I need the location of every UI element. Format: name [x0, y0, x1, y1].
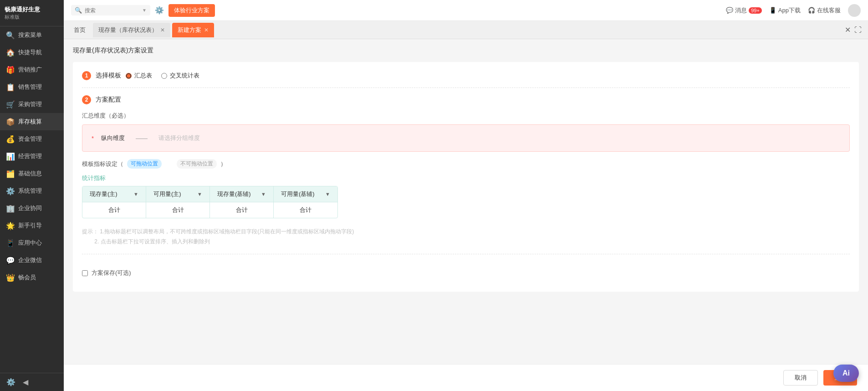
sidebar-item-system[interactable]: ⚙️ 系统管理	[0, 182, 64, 200]
operations-icon: 📊	[6, 152, 15, 160]
sidebar-item-label: 畅会员	[18, 273, 36, 282]
search-menu-icon: 🔍	[6, 31, 15, 39]
message-icon: 💬	[726, 7, 733, 14]
sidebar-item-purchase[interactable]: 🛒 采购管理	[0, 96, 64, 113]
step2-num: 2	[82, 95, 91, 104]
hint-title-text: 提示：	[82, 228, 98, 235]
radio-cross-input[interactable]	[161, 73, 167, 79]
system-icon: ⚙️	[6, 187, 15, 195]
radio-cross[interactable]: 交叉统计表	[161, 72, 199, 80]
step-divider	[82, 87, 850, 88]
sidebar-item-search-menu[interactable]: 🔍 搜索菜单	[0, 26, 64, 44]
col-header-2[interactable]: 可用量(主) ▼	[146, 186, 210, 202]
indicator-separator	[166, 160, 172, 168]
topbar-gear-icon[interactable]: ⚙️	[155, 6, 164, 15]
service-btn[interactable]: 🎧 在线客服	[808, 6, 841, 15]
sidebar-item-label: 系统管理	[18, 187, 42, 195]
col-body-2: 合计	[146, 202, 210, 218]
search-bar[interactable]: 🔍 ▼	[71, 5, 150, 15]
tabbar: 首页 现存量（库存状况表） ✕ 新建方案 ✕ ✕ ⛶	[64, 21, 868, 39]
tab-inventory-label: 现存量（库存状况表）	[98, 26, 158, 34]
search-input[interactable]	[85, 7, 139, 14]
user-avatar[interactable]	[848, 4, 861, 17]
close-window-btn[interactable]: ✕	[845, 26, 851, 34]
sidebar-item-label: 基础信息	[18, 170, 42, 178]
radio-summary-input[interactable]	[126, 73, 132, 79]
sidebar-item-basic-info[interactable]: 🗂️ 基础信息	[0, 165, 64, 182]
col-header-4[interactable]: 可用量(基辅) ▼	[274, 186, 337, 202]
dimension-box[interactable]: * 纵向维度 —— 请选择分组维度	[82, 124, 850, 152]
indicator-label-text: 模板指标设定（	[82, 160, 123, 168]
collapse-icon[interactable]: ◀	[23, 378, 28, 386]
content-area: 现存量(库存状况表)方案设置 1 选择模板 汇总表 交叉统计表	[64, 39, 868, 391]
sidebar-item-company[interactable]: 🏢 企业协同	[0, 200, 64, 217]
sidebar-item-finance[interactable]: 💰 资金管理	[0, 130, 64, 148]
expand-window-btn[interactable]: ⛶	[854, 26, 862, 34]
col-header-1[interactable]: 现存量(主) ▼	[82, 186, 146, 202]
hint-item-1: 1.拖动标题栏可以调整布局，不可跨维度或指标区域拖动栏目字段(只能在同一维度或指…	[100, 228, 354, 235]
step2-label: 方案配置	[96, 96, 121, 104]
sidebar-item-newbie[interactable]: 🌟 新手引导	[0, 217, 64, 234]
col-header-3[interactable]: 现存量(基辅) ▼	[210, 186, 274, 202]
non-draggable-tag: 不可拖动位置	[177, 159, 217, 169]
tab-new-plan-close[interactable]: ✕	[204, 27, 209, 33]
headset-icon: 🎧	[808, 7, 815, 14]
window-controls: ✕ ⛶	[845, 26, 863, 34]
sidebar-item-quick-nav[interactable]: 🏠 快捷导航	[0, 44, 64, 61]
search-icon: 🔍	[75, 7, 82, 14]
radio-summary[interactable]: 汇总表	[126, 72, 152, 80]
sidebar-item-inventory[interactable]: 📦 库存核算	[0, 113, 64, 130]
save-checkbox[interactable]	[82, 270, 88, 276]
sidebar-item-marketing[interactable]: 🎁 营销推广	[0, 61, 64, 78]
sidebar-item-label: 企业微信	[18, 256, 42, 264]
hint-title: 提示： 1.拖动标题栏可以调整布局，不可跨维度或指标区域拖动栏目字段(只能在同一…	[82, 227, 850, 237]
message-btn[interactable]: 💬 消息 99+	[726, 6, 762, 15]
member-icon: 👑	[6, 273, 15, 282]
step1-label: 选择模板	[96, 72, 121, 80]
settings-icon[interactable]: ⚙️	[6, 378, 15, 386]
trial-button[interactable]: 体验行业方案	[168, 4, 215, 17]
sidebar-item-weixin[interactable]: 💬 企业微信	[0, 252, 64, 269]
sidebar-item-label: 快捷导航	[18, 48, 42, 57]
col-header-3-label: 现存量(基辅)	[217, 190, 251, 198]
step1-num: 1	[82, 71, 91, 80]
sidebar-item-operations[interactable]: 📊 经营管理	[0, 148, 64, 165]
radio-cross-label: 交叉统计表	[170, 72, 199, 80]
dimension-name: 纵向维度	[101, 134, 125, 142]
sidebar-item-sales[interactable]: 📋 销售管理	[0, 78, 64, 96]
tab-new-plan[interactable]: 新建方案 ✕	[172, 23, 214, 37]
required-star: *	[92, 135, 94, 142]
radio-summary-label: 汇总表	[134, 72, 152, 80]
cancel-button[interactable]: 取消	[783, 370, 818, 386]
app-icon: 📱	[769, 7, 776, 14]
indicator-settings-label: 模板指标设定（ 可拖动位置 不可拖动位置 ）	[82, 159, 850, 169]
sidebar-nav: 🔍 搜索菜单 🏠 快捷导航 🎁 营销推广 📋 销售管理 🛒 采购管理 📦 库存核…	[0, 26, 64, 373]
dimension-placeholder: 请选择分组维度	[158, 134, 200, 142]
tab-inventory-status[interactable]: 现存量（库存状况表） ✕	[93, 23, 170, 37]
hint-section: 提示： 1.拖动标题栏可以调整布局，不可跨维度或指标区域拖动栏目字段(只能在同一…	[82, 227, 850, 247]
chevron-down-icon-2: ▼	[197, 191, 202, 197]
basic-info-icon: 🗂️	[6, 170, 15, 178]
tab-home[interactable]: 首页	[68, 23, 91, 37]
app-center-icon: 📱	[6, 239, 15, 247]
sidebar-item-member[interactable]: 👑 畅会员	[0, 269, 64, 286]
main-area: 🔍 ▼ ⚙️ 体验行业方案 💬 消息 99+ 📱 App下载 🎧 在线客服	[64, 0, 868, 391]
save-divider	[82, 254, 850, 254]
ai-bubble[interactable]: Ai	[833, 365, 859, 382]
sidebar-item-label: 经营管理	[18, 152, 42, 160]
sidebar-item-label: 搜索菜单	[18, 31, 42, 39]
chevron-down-icon-3: ▼	[261, 191, 266, 197]
chevron-down-icon-1: ▼	[133, 191, 138, 197]
sidebar-item-app-center[interactable]: 📱 应用中心	[0, 234, 64, 252]
chevron-down-icon-4: ▼	[325, 191, 330, 197]
topbar: 🔍 ▼ ⚙️ 体验行业方案 💬 消息 99+ 📱 App下载 🎧 在线客服	[64, 0, 868, 21]
service-label: 在线客服	[817, 6, 841, 15]
sidebar-item-label: 库存核算	[18, 118, 42, 126]
tab-inventory-close[interactable]: ✕	[160, 27, 165, 33]
company-icon: 🏢	[6, 204, 15, 212]
hint-item-2-content: 2. 点击标题栏下拉可设置排序、插入列和删除列	[94, 238, 209, 245]
app-download-btn[interactable]: 📱 App下载	[769, 6, 801, 15]
dropdown-icon: ▼	[142, 8, 147, 13]
sidebar-item-label: 新手引导	[18, 221, 42, 230]
app-download-label: App下载	[778, 6, 801, 15]
